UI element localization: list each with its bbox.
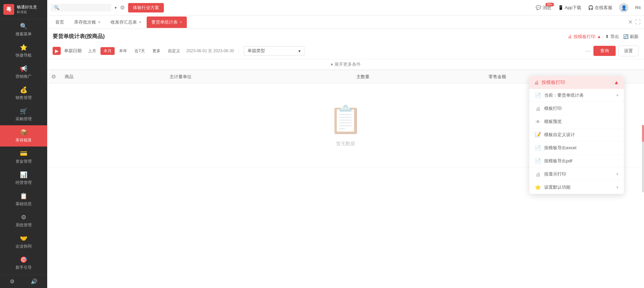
set-default-label: 设置默认功能	[544, 184, 570, 190]
template-preview-label: 模板预览	[544, 119, 562, 125]
display-print-label: 按显示打印	[544, 171, 566, 177]
maximize-window-icon[interactable]: ⛶	[635, 19, 641, 25]
scrollbar-thumb	[642, 125, 644, 142]
service-icon: 🎧	[588, 5, 593, 10]
online-service-label: 在线客服	[595, 5, 612, 11]
print-template-dropdown: 🖨 按模板打印 ▲ 📄 当前：要货单统计表 ▾ 🖨 模板打印 👁 模板预览 📝	[529, 76, 624, 194]
tab-close-inventory[interactable]: ×	[98, 20, 100, 25]
sidebar-item-purchase[interactable]: 🛒 采购管理	[0, 104, 47, 125]
close-window-icon[interactable]: ✕	[628, 19, 633, 25]
sidebar-item-inventory[interactable]: 📦 库存核算	[0, 125, 47, 147]
sidebar-item-shortcut[interactable]: ⭐ 快捷导航	[0, 40, 47, 62]
print-label: 按模板打印	[574, 34, 595, 40]
topbar-dropdown[interactable]: ▾	[115, 5, 117, 10]
dropdown-display-print[interactable]: 🖨 按显示打印 ▾	[529, 168, 624, 181]
user-avatar[interactable]: 👤	[619, 3, 628, 12]
current-template-label: 当前：要货单统计表	[544, 92, 584, 98]
dropdown-chevron-icon: ▾	[115, 5, 117, 10]
tab-label: 要货单统计表	[151, 19, 178, 25]
sound-bottom-icon[interactable]: 🔊	[31, 278, 37, 285]
tab-receipts[interactable]: 收发存汇总表 ×	[106, 17, 146, 28]
sales-icon: 💰	[20, 86, 27, 94]
printer-icon: 🖨	[534, 80, 539, 85]
table-header-settings: ⚙	[47, 70, 61, 84]
sidebar-item-search[interactable]: 🔍 搜索菜单	[0, 19, 47, 40]
query-btn[interactable]: 查询	[593, 46, 616, 56]
display-print-icon: 🖨	[535, 171, 541, 177]
filter-divider	[239, 47, 239, 55]
app-download-btn[interactable]: 📱 App下载	[558, 5, 581, 11]
settings-bottom-icon[interactable]: ⚙	[10, 278, 14, 285]
app-logo: 粤 畅通好生意 标准版	[0, 0, 47, 19]
order-type-label: 单据类型	[247, 48, 265, 54]
date-btn-this-month[interactable]: 本月	[100, 47, 115, 55]
date-btn-more[interactable]: 更多	[149, 47, 164, 55]
tab-close-receipts[interactable]: ×	[139, 20, 141, 25]
order-type-select[interactable]: 单据类型 ▾	[244, 46, 304, 56]
search-bar[interactable]: 🔍	[51, 4, 111, 11]
order-type-chevron-icon: ▾	[298, 49, 301, 54]
dropdown-export-excel[interactable]: 📄 按模板导出excel	[529, 141, 624, 155]
export-btn[interactable]: ⬆ 导出	[605, 34, 619, 40]
app-download-label: App下载	[565, 5, 581, 11]
sidebar-item-label: 采购管理	[16, 116, 32, 122]
scrollbar[interactable]	[642, 125, 644, 192]
dropdown-template-preview[interactable]: 👁 模板预览	[529, 115, 624, 128]
online-service-btn[interactable]: 🎧 在线客服	[588, 5, 612, 11]
sidebar-item-newbie[interactable]: 🎯 新手引导	[0, 253, 47, 274]
sidebar-item-collab[interactable]: 🤝 企业协同	[0, 231, 47, 253]
sidebar-item-sales[interactable]: 💰 销售管理	[0, 83, 47, 104]
template-print-icon: 🖨	[535, 106, 541, 111]
trial-button[interactable]: 体验行业方案	[128, 3, 164, 12]
sidebar-nav: 🔍 搜索菜单 ⭐ 快捷导航 📢 营销推广 💰 销售管理 🛒 采购管理 📦 库存核…	[0, 19, 47, 275]
sidebar-item-label: 快捷导航	[16, 53, 32, 58]
tab-requisition[interactable]: 要货单统计表 ×	[147, 17, 187, 28]
refresh-icon: 🔄	[623, 34, 628, 39]
table-settings-icon[interactable]: ⚙	[51, 74, 56, 79]
dropdown-header: 🖨 按模板打印 ▲	[529, 76, 624, 89]
dropdown-close-icon[interactable]: ▲	[614, 79, 619, 86]
dropdown-template-print[interactable]: 🖨 模板打印	[529, 102, 624, 115]
tab-inventory-batch[interactable]: 库存批次账 ×	[69, 17, 105, 28]
search-icon: 🔍	[20, 23, 27, 30]
table-header-product: 商品	[61, 70, 166, 84]
sidebar-item-marketing[interactable]: 📢 营销推广	[0, 62, 47, 83]
expand-more-icon: ▾	[331, 62, 333, 67]
tab-label: 收发存汇总表	[111, 19, 137, 25]
avatar-icon: 👤	[621, 5, 627, 10]
download-icon: 📱	[558, 5, 563, 10]
dropdown-export-pdf[interactable]: 📄 按模板导出pdf	[529, 155, 624, 168]
app-name: 畅通好生意	[17, 4, 37, 10]
dropdown-set-default[interactable]: ⭐ 设置默认功能 ▾	[529, 181, 624, 194]
date-btn-7days[interactable]: 近7天	[131, 47, 148, 55]
date-btn-last-month[interactable]: 上月	[85, 47, 99, 55]
system-icon: ⚙	[21, 214, 26, 221]
purchase-icon: 🛒	[20, 107, 27, 115]
topbar-gear-icon[interactable]: ⚙	[120, 4, 125, 11]
tab-home[interactable]: 首页	[51, 17, 69, 28]
dropdown-template-design[interactable]: 📝 模板自定义设计	[529, 128, 624, 141]
sidebar-item-label: 经营管理	[16, 180, 32, 186]
refresh-btn[interactable]: 🔄 刷新	[623, 34, 639, 40]
notifications-btn[interactable]: 💬 消息 99+	[536, 5, 551, 11]
newbie-icon: 🎯	[20, 256, 27, 263]
print-template-btn[interactable]: 🖨 按模板打印 ▲	[568, 34, 601, 40]
filter-expand-btn[interactable]: ▶	[53, 47, 61, 55]
filter-more-icon[interactable]: ⋯	[585, 48, 591, 54]
sidebar-item-operation[interactable]: 📊 经营管理	[0, 168, 47, 189]
tab-close-requisition[interactable]: ×	[180, 20, 182, 25]
date-btn-this-year[interactable]: 本年	[116, 47, 130, 55]
filter-more-row: ▾ 展开更多条件	[47, 59, 644, 70]
topbar: 🔍 ▾ ⚙ 体验行业方案 💬 消息 99+ 📱 App下载 🎧 在线客服 👤	[47, 0, 644, 15]
search-input[interactable]	[61, 5, 102, 10]
date-btn-custom[interactable]: 自定义	[165, 47, 183, 55]
col-label: 主计量单位	[170, 74, 192, 79]
dropdown-current-template[interactable]: 📄 当前：要货单统计表 ▾	[529, 89, 624, 102]
settings-btn[interactable]: 设置	[618, 45, 639, 56]
expand-more-btn[interactable]: ▾ 展开更多条件	[331, 61, 361, 67]
app-name-block: 畅通好生意 标准版	[17, 4, 37, 15]
sidebar-item-label: 搜索菜单	[16, 31, 32, 37]
sidebar-item-basic[interactable]: 📋 基础信息	[0, 189, 47, 210]
sidebar-item-finance[interactable]: 💳 资金管理	[0, 147, 47, 168]
sidebar-item-system[interactable]: ⚙ 系统管理	[0, 210, 47, 231]
